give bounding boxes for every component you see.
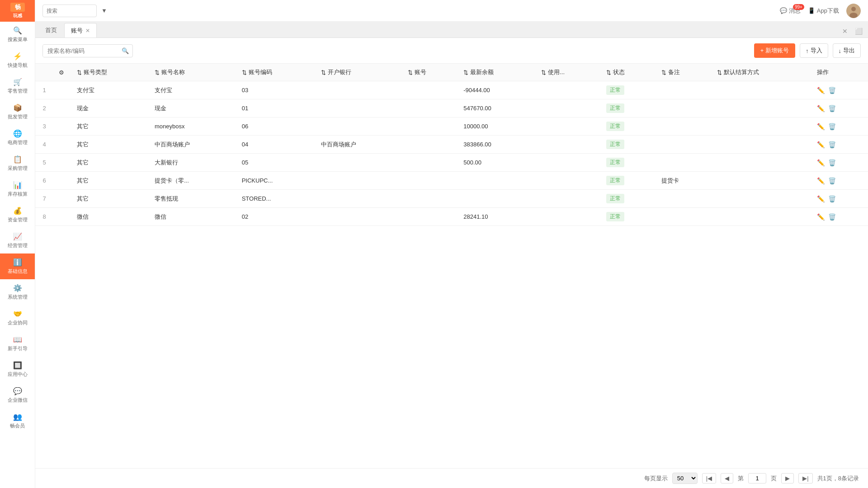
tab-home[interactable]: 首页: [39, 23, 63, 38]
sort-icon-type[interactable]: ⇅: [77, 69, 82, 76]
cell-type-1: 现金: [71, 99, 149, 117]
sidebar-item-purchase[interactable]: 📋采购管理: [0, 150, 35, 176]
cell-code-5: PICKUPC...: [236, 172, 316, 190]
sort-icon-usage[interactable]: ⇅: [541, 69, 546, 76]
cell-num-4: 5: [35, 154, 53, 172]
logo-subtext: 玩感: [13, 13, 22, 19]
delete-icon-5[interactable]: 🗑️: [828, 177, 836, 184]
status-badge: 正常: [606, 122, 624, 131]
cell-num-1: 2: [35, 99, 53, 117]
sidebar-item-basic-info[interactable]: ℹ️基础信息: [0, 253, 35, 279]
cell-remark-3: [656, 136, 712, 154]
last-page-button[interactable]: ▶|: [798, 473, 812, 483]
cell-account-1: [402, 99, 458, 117]
sidebar-item-system[interactable]: ⚙️系统管理: [0, 279, 35, 305]
next-page-button[interactable]: ▶: [781, 473, 794, 483]
settings-icon[interactable]: ⚙: [59, 69, 64, 76]
delete-icon-7[interactable]: 🗑️: [828, 213, 836, 221]
col-code: ⇅账号编码: [236, 64, 316, 81]
sidebar-item-search-menu[interactable]: 🔍搜索菜单: [0, 22, 35, 47]
sidebar-item-operations[interactable]: 📈经营管理: [0, 228, 35, 253]
page-size-label: 每页显示: [644, 474, 668, 483]
app-download-button[interactable]: 📱 App下载: [808, 7, 839, 15]
sidebar-item-quick-nav[interactable]: ⚡快捷导航: [0, 47, 35, 73]
cell-payment-6: [712, 190, 811, 208]
total-info: 共1页，8条记录: [817, 474, 859, 483]
cell-account-7: [402, 208, 458, 226]
sidebar-item-finance[interactable]: 💰资金管理: [0, 202, 35, 228]
cell-code-3: 04: [236, 136, 316, 154]
edit-icon-7[interactable]: ✏️: [817, 213, 825, 221]
cell-remark-2: [656, 117, 712, 136]
sort-icon-bank[interactable]: ⇅: [321, 69, 326, 76]
add-account-button[interactable]: + 新增账号: [754, 43, 795, 58]
tab-account[interactable]: 账号 ✕: [64, 23, 97, 38]
delete-icon-0[interactable]: 🗑️: [828, 87, 836, 94]
delete-icon-3[interactable]: 🗑️: [828, 141, 836, 148]
topbar-search-input[interactable]: [42, 5, 97, 17]
cell-usage-7: [536, 208, 600, 226]
tab-close-button[interactable]: ✕: [840, 27, 849, 36]
accounts-table: ⚙ ⇅账号类型 ⇅账号名称 ⇅账号编码 ⇅开户银行: [35, 64, 868, 226]
tabbar-actions: ✕ ⬜: [840, 27, 864, 38]
sort-icon-code[interactable]: ⇅: [242, 69, 247, 76]
delete-icon-6[interactable]: 🗑️: [828, 195, 836, 202]
cell-actions-1: ✏️ 🗑️: [811, 99, 868, 117]
search-button[interactable]: 🔍: [118, 45, 132, 57]
sidebar-label-system: 系统管理: [8, 294, 28, 300]
import-button[interactable]: ↑ 导入: [800, 43, 828, 58]
sidebar-item-wholesale[interactable]: 📦批发管理: [0, 99, 35, 125]
tab-close-icon[interactable]: ✕: [85, 28, 90, 34]
prev-page-button[interactable]: ◀: [721, 473, 733, 483]
delete-icon-1[interactable]: 🗑️: [828, 105, 836, 112]
page-size-select[interactable]: 50 20 100: [672, 473, 698, 484]
sort-icon-payment[interactable]: ⇅: [717, 69, 722, 76]
cell-status-4: 正常: [601, 154, 656, 172]
cell-remark-1: [656, 99, 712, 117]
sort-icon-account[interactable]: ⇅: [408, 69, 413, 76]
cell-name-7: 微信: [149, 208, 236, 226]
edit-icon-2[interactable]: ✏️: [817, 123, 825, 130]
sidebar-label-retail: 零售管理: [8, 88, 28, 94]
edit-icon-5[interactable]: ✏️: [817, 177, 825, 184]
edit-icon-1[interactable]: ✏️: [817, 105, 825, 112]
notification-button[interactable]: 💬 消息 99+: [780, 7, 801, 15]
col-settings[interactable]: ⚙: [53, 64, 71, 81]
user-avatar[interactable]: [846, 4, 861, 18]
first-page-button[interactable]: |◀: [702, 473, 716, 483]
delete-icon-4[interactable]: 🗑️: [828, 159, 836, 166]
edit-icon-6[interactable]: ✏️: [817, 195, 825, 202]
sidebar-item-guide[interactable]: 📖新手引导: [0, 331, 35, 357]
cell-bank-0: [316, 81, 403, 99]
delete-icon-2[interactable]: 🗑️: [828, 123, 836, 130]
export-button[interactable]: ↓ 导出: [833, 43, 861, 58]
import-label: 导入: [811, 47, 822, 55]
sidebar-item-retail[interactable]: 🛒零售管理: [0, 73, 35, 99]
cell-payment-3: [712, 136, 811, 154]
edit-icon-3[interactable]: ✏️: [817, 141, 825, 148]
edit-icon-4[interactable]: ✏️: [817, 159, 825, 166]
sort-icon-name[interactable]: ⇅: [155, 69, 160, 76]
sort-icon-status[interactable]: ⇅: [606, 69, 611, 76]
tab-account-label: 账号: [71, 27, 83, 35]
cell-name-5: 提货卡（零...: [149, 172, 236, 190]
sidebar-item-enterprise[interactable]: 🤝企业协同: [0, 305, 35, 331]
sort-icon-remark[interactable]: ⇅: [661, 69, 666, 76]
sidebar-item-ecommerce[interactable]: 🌐电商管理: [0, 125, 35, 150]
sidebar-icon-guide: 📖: [13, 335, 22, 344]
sidebar-item-app-center[interactable]: 🔲应用中心: [0, 357, 35, 382]
sidebar-item-member[interactable]: 👥畅会员: [0, 408, 35, 434]
edit-icon-0[interactable]: ✏️: [817, 87, 825, 94]
page-input[interactable]: [748, 473, 766, 483]
cell-account-6: [402, 190, 458, 208]
cell-num-3: 4: [35, 136, 53, 154]
cell-actions-7: ✏️ 🗑️: [811, 208, 868, 226]
cell-actions-0: ✏️ 🗑️: [811, 81, 868, 99]
cell-code-2: 06: [236, 117, 316, 136]
topbar-dropdown[interactable]: ▼: [101, 7, 107, 14]
sidebar-item-inventory[interactable]: 📊库存核算: [0, 176, 35, 202]
sidebar-item-wechat-biz[interactable]: 💬企业微信: [0, 382, 35, 408]
sort-icon-balance[interactable]: ⇅: [463, 69, 468, 76]
search-input[interactable]: [43, 45, 118, 57]
tab-maximize-button[interactable]: ⬜: [853, 27, 864, 36]
